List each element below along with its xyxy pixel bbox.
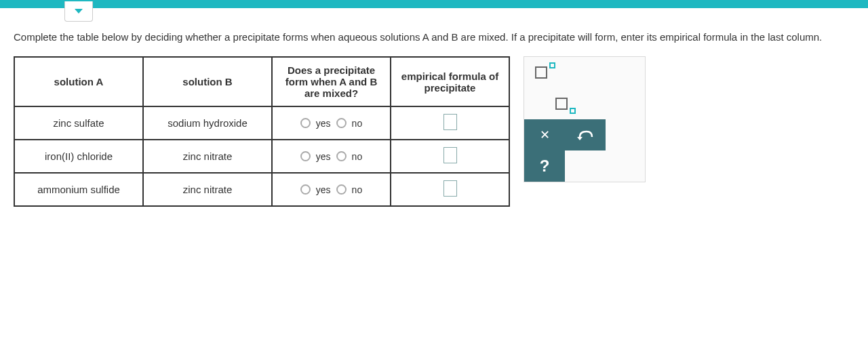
radio-yes[interactable] — [300, 184, 311, 195]
formula-input[interactable] — [443, 180, 457, 197]
cell-solution-b: zinc nitrate — [143, 140, 272, 173]
cell-solution-a: iron(II) chloride — [14, 140, 143, 173]
formula-input[interactable] — [443, 114, 457, 130]
formula-input[interactable] — [443, 147, 457, 163]
help-button[interactable]: ? — [524, 150, 565, 182]
cell-solution-a: zinc sulfate — [14, 106, 143, 140]
superscript-button[interactable] — [524, 57, 565, 88]
header-precipitate-form: Does a precipitate form when A and B are… — [272, 57, 391, 106]
toolbar-dropdown[interactable] — [64, 1, 93, 22]
reset-button[interactable] — [565, 119, 606, 150]
header-solution-b: solution B — [143, 57, 272, 106]
radio-no[interactable] — [336, 184, 347, 195]
undo-icon — [577, 129, 593, 141]
clear-button[interactable]: ✕ — [524, 119, 565, 150]
symbol-palette: ✕ ? — [524, 56, 646, 182]
chevron-down-icon — [75, 9, 83, 14]
cell-solution-b: zinc nitrate — [143, 173, 272, 206]
subscript-button[interactable] — [524, 88, 606, 119]
radio-yes-label: yes — [316, 184, 331, 195]
radio-yes[interactable] — [300, 151, 311, 161]
close-icon: ✕ — [540, 127, 550, 142]
radio-yes-label: yes — [316, 151, 331, 162]
table-row: ammonium sulfide zinc nitrate yes no — [14, 173, 509, 206]
question-prompt: Complete the table below by deciding whe… — [14, 30, 854, 44]
top-accent-bar — [0, 0, 868, 8]
radio-no-label: no — [352, 184, 363, 195]
radio-no[interactable] — [336, 118, 347, 128]
header-solution-a: solution A — [14, 57, 143, 106]
precipitate-table: solution A solution B Does a precipitate… — [14, 56, 510, 207]
header-empirical-formula: empirical formula of precipitate — [391, 57, 509, 106]
radio-yes[interactable] — [300, 118, 311, 128]
radio-no-label: no — [352, 151, 363, 162]
radio-yes-label: yes — [316, 118, 331, 129]
table-row: iron(II) chloride zinc nitrate yes no — [14, 140, 509, 173]
svg-marker-0 — [577, 137, 583, 140]
cell-solution-b: sodium hydroxide — [143, 106, 272, 140]
radio-no[interactable] — [336, 151, 347, 161]
table-row: zinc sulfate sodium hydroxide yes no — [14, 106, 509, 140]
radio-no-label: no — [352, 118, 363, 129]
help-icon: ? — [540, 157, 550, 176]
cell-solution-a: ammonium sulfide — [14, 173, 143, 206]
